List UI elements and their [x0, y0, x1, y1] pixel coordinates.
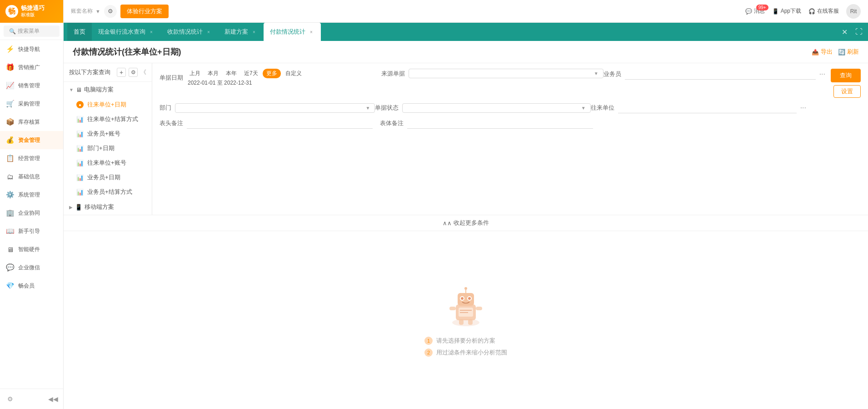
date-option-more[interactable]: 更多: [263, 69, 281, 78]
filter-cell-body-note: 表体备注: [380, 118, 593, 129]
svg-rect-11: [459, 319, 464, 325]
chart-icon-3: 📊: [76, 145, 84, 152]
sidebar-logo: 畅 畅捷通巧 标准版: [0, 0, 63, 23]
sidebar-collapse-btn[interactable]: ◀◀: [47, 393, 60, 405]
sidebar-item-marketing[interactable]: 🎁 营销推广: [0, 58, 63, 76]
basic-icon: 🗂: [5, 172, 15, 181]
filter-row-2: 部门 ▼ 单据状态 ▼ 往来单位: [160, 102, 861, 113]
scheme-collapse-btn[interactable]: 《: [140, 68, 146, 76]
scheme-item-counterparty-date[interactable]: ● 往来单位+日期: [64, 97, 152, 112]
maximize-btn[interactable]: ⛶: [853, 26, 864, 37]
tip-num-2: 2: [424, 348, 433, 357]
tab-close-receipt-stats[interactable]: ×: [205, 29, 212, 35]
export-icon: 📤: [812, 49, 819, 56]
tab-receipt-stats[interactable]: 收款情况统计 ×: [161, 23, 218, 41]
scheme-query-label: 按以下方案查询: [69, 68, 110, 76]
chart-icon-4: 📊: [76, 160, 84, 167]
tab-close-new-scheme[interactable]: ×: [251, 29, 257, 35]
sidebar-item-guide[interactable]: 📖 新手引导: [0, 222, 63, 240]
search-menu-btn[interactable]: 🔍 搜索菜单: [4, 25, 60, 37]
tab-payment-stats[interactable]: 付款情况统计 ×: [264, 23, 321, 41]
date-option-this-month[interactable]: 本月: [205, 69, 221, 78]
scheme-item-dept-date[interactable]: 📊 部门+日期: [64, 141, 152, 156]
page-header-actions: 📤 导出 🔄 刷新: [812, 48, 859, 56]
sidebar-item-purchase[interactable]: 🛒 采购管理: [0, 95, 63, 113]
mobile-group-header[interactable]: ▶ 📱 移动端方案: [64, 199, 152, 215]
scheme-item-salesman-settlement[interactable]: 📊 业务员+结算方式: [64, 185, 152, 199]
date-range-display: 2022-01-01 至 2022-12-31: [187, 79, 304, 87]
settings-btn[interactable]: 设置: [833, 85, 861, 98]
sidebar-item-quick-nav[interactable]: ⚡ 快捷导航: [0, 40, 63, 58]
sidebar-settings-btn[interactable]: ⚙: [4, 393, 16, 405]
query-btn[interactable]: 查询: [831, 69, 861, 82]
sidebar-item-enterprise[interactable]: 🏢 企业协同: [0, 204, 63, 222]
dept-select[interactable]: ▼: [175, 103, 375, 113]
scheme-item-counterparty-settlement[interactable]: 📊 往来单位+结算方式: [64, 112, 152, 126]
tab-close-payment-stats[interactable]: ×: [308, 29, 314, 35]
body-note-label: 表体备注: [380, 119, 404, 127]
scheme-header-btns: + ⚙ 《: [117, 68, 146, 77]
scheme-settings-btn[interactable]: ⚙: [129, 68, 138, 77]
scheme-item-counterparty-account[interactable]: 📊 往来单位+账号: [64, 156, 152, 170]
enterprise-icon: 🏢: [5, 208, 15, 217]
tab-cash-flow[interactable]: 现金银行流水查询 ×: [92, 23, 161, 41]
source-select[interactable]: ▼: [409, 69, 603, 78]
main-area: 账套名称 ▼ ⚙ 体验行业方案 💬 消息 99+ 📱 App下载 🎧 在线客服 …: [64, 0, 868, 409]
hardware-icon: 🖥: [5, 245, 15, 254]
salesman-dots[interactable]: ···: [819, 70, 825, 78]
topbar: 账套名称 ▼ ⚙ 体验行业方案 💬 消息 99+ 📱 App下载 🎧 在线客服 …: [64, 0, 868, 23]
sidebar-search-area[interactable]: 🔍 搜索菜单: [0, 23, 63, 40]
account-selector[interactable]: 账套名称 ▼: [71, 7, 100, 15]
scheme-item-salesman-date[interactable]: 📊 业务员+日期: [64, 170, 152, 185]
tab-home[interactable]: 首页: [67, 23, 92, 41]
wechat-icon: 💬: [5, 263, 15, 272]
sidebar-item-hardware[interactable]: 🖥 智能硬件: [0, 240, 63, 258]
close-all-tabs-btn[interactable]: ✕: [839, 26, 850, 37]
settings-icon[interactable]: ⚙: [104, 5, 117, 18]
sidebar-item-system[interactable]: ⚙️ 系统管理: [0, 186, 63, 204]
status-select[interactable]: ▼: [402, 103, 590, 113]
date-option-7days[interactable]: 近7天: [241, 69, 261, 78]
empty-state: 1 请先选择要分析的方案 2 用过滤条件来缩小分析范围: [424, 284, 507, 357]
date-option-custom[interactable]: 自定义: [283, 69, 304, 78]
message-icon: 💬: [745, 8, 752, 15]
svg-rect-12: [468, 319, 473, 325]
nav-tabs: 首页 现金银行流水查询 × 收款情况统计 × 新建方案 × 付款情况统计 × ✕…: [64, 23, 868, 41]
page-title: 付款情况统计(往来单位+日期): [73, 46, 181, 57]
sidebar-item-sales[interactable]: 📈 销售管理: [0, 76, 63, 95]
svg-point-5: [461, 297, 464, 300]
sidebar-item-vip[interactable]: 💎 畅会员: [0, 277, 63, 295]
inventory-icon: 📦: [5, 117, 15, 126]
svg-rect-13: [459, 308, 473, 317]
sidebar-item-wechat[interactable]: 💬 企业微信: [0, 258, 63, 277]
online-service-btn[interactable]: 🎧 在线客服: [808, 7, 839, 15]
sidebar-item-basic[interactable]: 🗂 基础信息: [0, 167, 63, 186]
scheme-panel-header: 按以下方案查询 + ⚙ 《: [64, 63, 152, 82]
sidebar-item-inventory[interactable]: 📦 库存核算: [0, 113, 63, 131]
counterparty-dots[interactable]: ···: [800, 104, 806, 112]
sidebar-item-operation[interactable]: 📋 经营管理: [0, 149, 63, 167]
app-download-btn[interactable]: 📱 App下载: [772, 7, 801, 15]
collapse-bar[interactable]: ∧∧ 收起更多条件: [64, 215, 868, 231]
tab-close-cash-flow[interactable]: ×: [148, 29, 155, 35]
mobile-scheme-group: ▶ 📱 移动端方案: [64, 199, 152, 215]
vip-icon: 💎: [5, 281, 15, 290]
download-icon: 📱: [772, 8, 779, 15]
date-option-last-month[interactable]: 上月: [187, 69, 203, 78]
filter-cell-date: 单据日期 上月 本月 本年 近7天 更多 自定义 2022-01-01 至 20…: [160, 69, 381, 87]
industry-btn[interactable]: 体验行业方案: [120, 5, 169, 18]
fund-icon: 💰: [5, 136, 15, 145]
tab-new-scheme[interactable]: 新建方案 ×: [218, 23, 264, 41]
query-btns-col: 查询 设置: [831, 69, 861, 98]
add-scheme-btn[interactable]: +: [117, 68, 126, 77]
export-btn[interactable]: 📤 导出: [812, 48, 833, 56]
avatar[interactable]: Rit: [846, 4, 861, 19]
sidebar-item-fund[interactable]: 💰 资金管理: [0, 131, 63, 149]
sidebar-nav: ⚡ 快捷导航 🎁 营销推广 📈 销售管理 🛒 采购管理 📦 库存核算 💰 资金管…: [0, 40, 63, 389]
date-option-this-year[interactable]: 本年: [223, 69, 239, 78]
chart-icon-1: 📊: [76, 116, 84, 123]
scheme-item-salesman-account[interactable]: 📊 业务员+账号: [64, 126, 152, 141]
message-btn[interactable]: 💬 消息 99+: [745, 7, 765, 15]
desktop-group-header[interactable]: ▼ 🖥 电脑端方案: [64, 82, 152, 97]
refresh-btn[interactable]: 🔄 刷新: [838, 48, 859, 56]
